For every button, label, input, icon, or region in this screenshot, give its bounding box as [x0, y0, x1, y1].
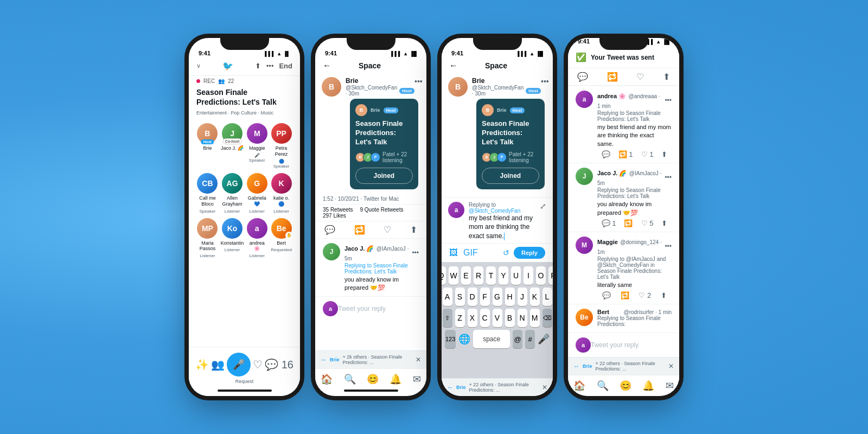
joined-button-3[interactable]: Joined	[482, 168, 539, 184]
reply-icon[interactable]: 💬	[324, 225, 335, 235]
retweet-icon[interactable]: 🔁 1	[618, 150, 633, 158]
reply-icon[interactable]: 💬	[602, 150, 610, 158]
chevron-down-icon[interactable]: ∨	[196, 62, 201, 69]
space-banner-3[interactable]: ↔ Brie + 22 others · Season Finale Predi…	[442, 378, 553, 396]
compose-text[interactable]: my best friend and my mom are thinking t…	[469, 214, 535, 241]
replying-link[interactable]: Replying to Season Finale Predictions: L…	[344, 263, 408, 275]
key-j[interactable]: J	[518, 288, 527, 306]
heart-icon[interactable]: ♡	[253, 358, 263, 371]
key-u[interactable]: U	[511, 266, 521, 285]
end-button[interactable]: End	[279, 62, 292, 70]
more-icon-m[interactable]: •••	[665, 242, 672, 250]
share-icon[interactable]: ⬆	[410, 225, 417, 235]
close-banner-icon-3[interactable]: ✕	[542, 384, 547, 391]
more-options[interactable]: •••	[414, 77, 423, 86]
retweet-icon-4[interactable]: 🔁	[607, 72, 618, 82]
more-options-3[interactable]: •••	[541, 77, 549, 86]
key-r[interactable]: R	[474, 266, 483, 285]
compose-area[interactable]: Replying to @Sktch_ComedyFan my best fri…	[469, 202, 535, 241]
like-icon[interactable]: ♡ 1	[641, 150, 654, 158]
back-button[interactable]: ←	[323, 61, 331, 71]
mic-icon[interactable]: 🎤	[538, 330, 550, 348]
key-y[interactable]: Y	[499, 266, 508, 285]
search-icon[interactable]: 🔍	[344, 373, 356, 385]
share-icon[interactable]: ⬆	[661, 150, 667, 158]
retweet-icon[interactable]: 🔁	[354, 225, 365, 235]
keyboard[interactable]: Q W E R T Y U I O P A S D F G H	[442, 262, 553, 378]
share-icon[interactable]: ⬆	[661, 219, 667, 227]
more-icon[interactable]: •••	[665, 97, 672, 104]
key-f[interactable]: F	[480, 288, 490, 306]
key-k[interactable]: K	[530, 288, 540, 306]
expand-icon[interactable]: ⤢	[540, 202, 546, 210]
bell-icon[interactable]: 🔔	[390, 373, 401, 385]
key-v[interactable]: V	[493, 309, 502, 327]
key-at[interactable]: @	[513, 330, 522, 348]
like-icon-4[interactable]: ♡	[636, 72, 644, 82]
key-d[interactable]: D	[468, 288, 477, 306]
key-e[interactable]: E	[461, 266, 471, 285]
share-icon[interactable]: ⬆	[661, 291, 667, 299]
close-banner-icon-4[interactable]: ✕	[668, 362, 674, 370]
image-icon[interactable]: 🖼	[449, 248, 458, 258]
chat-icon[interactable]: 💬 16	[265, 358, 293, 371]
key-t[interactable]: T	[486, 266, 496, 285]
refresh-icon[interactable]: ↺	[503, 248, 509, 257]
mail-icon-4[interactable]: ✉	[666, 380, 674, 392]
search-icon-4[interactable]: 🔍	[597, 380, 609, 392]
key-z[interactable]: Z	[455, 309, 465, 327]
emoji-icon-4[interactable]: 😊	[620, 380, 631, 392]
reply-placeholder[interactable]: Tweet your reply	[338, 305, 419, 312]
reply-button[interactable]: Reply	[514, 247, 545, 259]
key-x[interactable]: X	[468, 309, 477, 327]
globe-icon[interactable]: 🌐	[458, 330, 470, 348]
mic-button[interactable]: 🎤	[227, 353, 251, 376]
retweet-icon[interactable]: 🔁	[621, 291, 629, 299]
reply-icon[interactable]: 💬	[602, 291, 611, 299]
key-n[interactable]: N	[518, 309, 527, 327]
share-icon[interactable]: ⬆	[255, 62, 261, 70]
space-banner-4[interactable]: ↔ Brie + 22 others · Season Finale Predi…	[568, 357, 679, 375]
close-banner-icon[interactable]: ✕	[416, 356, 421, 363]
more-icon[interactable]: •••	[266, 62, 274, 70]
key-l[interactable]: L	[542, 288, 552, 306]
emoji-icon[interactable]: 😊	[367, 373, 379, 385]
more-icon-j[interactable]: •••	[665, 174, 672, 181]
sparkles-icon[interactable]: ✨	[195, 358, 209, 371]
space-banner-2[interactable]: ↔ Brie + 2k others · Season Finale Predi…	[315, 350, 426, 368]
like-icon[interactable]: ♡	[384, 225, 391, 235]
key-q[interactable]: Q	[442, 266, 446, 285]
replying-link-3[interactable]: @Sktch_ComedyFan	[469, 208, 520, 214]
key-b[interactable]: B	[505, 309, 515, 327]
key-backspace[interactable]: ⌫	[542, 309, 552, 327]
bell-icon-4[interactable]: 🔔	[642, 380, 654, 392]
share-icon-4[interactable]: ⬆	[663, 72, 670, 82]
key-g[interactable]: G	[493, 288, 502, 306]
like-icon[interactable]: ♡ 2	[639, 291, 651, 299]
key-123[interactable]: 123	[445, 330, 456, 348]
key-i[interactable]: I	[524, 266, 533, 285]
key-hash[interactable]: #	[525, 330, 535, 348]
key-a[interactable]: A	[443, 288, 452, 306]
key-h[interactable]: H	[505, 288, 515, 306]
key-shift[interactable]: ⇧	[443, 309, 452, 327]
key-p[interactable]: P	[548, 266, 553, 285]
like-icon[interactable]: ♡ 5	[641, 219, 654, 227]
key-space[interactable]: space	[473, 330, 510, 348]
reply-icon[interactable]: 💬 1	[602, 219, 616, 227]
mail-icon[interactable]: ✉	[413, 373, 421, 385]
key-s[interactable]: S	[455, 288, 465, 306]
reply-icon-4[interactable]: 💬	[577, 72, 588, 82]
key-w[interactable]: W	[449, 266, 458, 285]
joined-button-2[interactable]: Joined	[355, 168, 413, 184]
home-icon-4[interactable]: 🏠	[573, 380, 585, 392]
reply-placeholder-4[interactable]: Tweet your reply	[591, 341, 672, 349]
people-icon[interactable]: 👥	[211, 358, 225, 371]
key-o[interactable]: O	[536, 266, 546, 285]
reply-more[interactable]: •••	[412, 249, 419, 257]
back-button-3[interactable]: ←	[449, 61, 458, 71]
key-m[interactable]: M	[530, 309, 540, 327]
gif-icon[interactable]: GIF	[463, 248, 478, 258]
retweet-icon[interactable]: 🔁	[624, 219, 633, 227]
home-icon[interactable]: 🏠	[321, 373, 333, 385]
